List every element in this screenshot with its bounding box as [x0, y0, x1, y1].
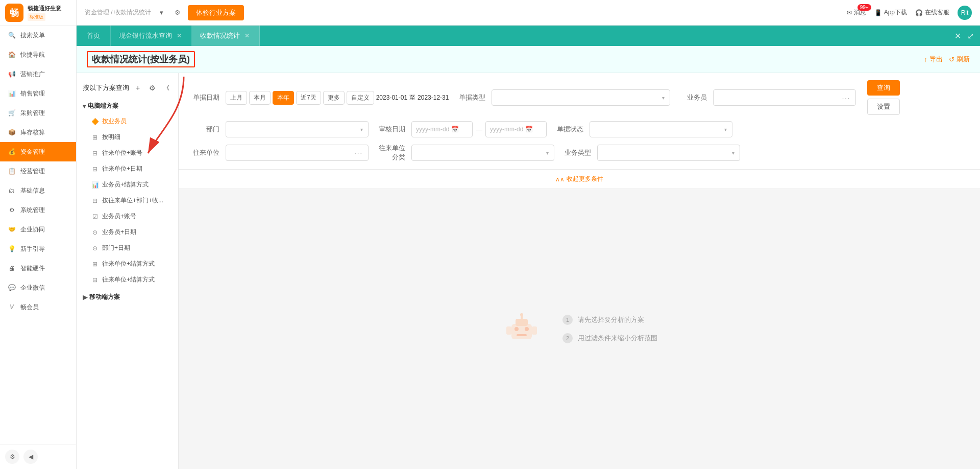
panel-title: 按以下方案查询	[83, 83, 129, 92]
wechat-icon: 💬	[7, 283, 16, 292]
hint-text-2: 用过滤条件来缩小分析范围	[578, 334, 657, 343]
staff-select[interactable]: ···	[713, 89, 856, 106]
last-month-btn[interactable]: 上月	[226, 91, 247, 105]
tab-bank-flow[interactable]: 现金银行流水查询 ✕	[111, 26, 192, 46]
tab-home-label: 首页	[87, 31, 100, 40]
scheme-label-unit-date: 往来单位+日期	[102, 165, 142, 173]
scheme-icon-unit-date: ⊟	[91, 165, 99, 173]
custom-btn[interactable]: 自定义	[347, 91, 374, 105]
doc-status-select[interactable]: ▾	[590, 121, 732, 137]
scheme-settings-btn[interactable]: ⚙	[146, 82, 158, 93]
scheme-item-dept-date[interactable]: ⊙ 部门+日期	[77, 240, 178, 256]
scheme-item-unit-settle2[interactable]: ⊟ 往来单位+结算方式	[77, 272, 178, 288]
sidebar-item-operation[interactable]: 📋 经营管理	[0, 161, 76, 181]
sidebar-item-inventory[interactable]: 📦 库存核算	[0, 123, 76, 142]
this-year-btn[interactable]: 本年	[273, 91, 294, 105]
scheme-item-staff-account[interactable]: ☑ 业务员+账号	[77, 208, 178, 224]
sidebar-item-finance[interactable]: 💰 资金管理	[0, 142, 76, 161]
sidebar-item-guide[interactable]: 💡 新手引导	[0, 239, 76, 259]
filter-row-3: 往来单位 ··· 往来单位分类 ▾ 业务类型 ▾	[189, 144, 970, 162]
filter-settings-btn[interactable]: 设置	[867, 99, 900, 115]
counterpart-cat-select[interactable]: ▾	[411, 145, 554, 161]
scheme-item-by-staff[interactable]: 🔶 按业务员	[77, 113, 178, 129]
tab-bank-flow-close[interactable]: ✕	[175, 32, 183, 40]
scheme-item-unit-account[interactable]: ⊟ 往来单位+账号	[77, 145, 178, 161]
close-all-tabs-btn[interactable]: ✕	[954, 31, 961, 41]
mobile-scheme-group-title[interactable]: ▶ 移动端方案	[77, 290, 178, 304]
query-btn[interactable]: 查询	[867, 80, 900, 96]
expand-btn[interactable]: ⤢	[967, 31, 974, 41]
panel-header-actions: + ⚙ 《	[132, 82, 172, 93]
scheme-item-unit-date[interactable]: ⊟ 往来单位+日期	[77, 161, 178, 177]
doc-status-label: 单据状态	[553, 125, 583, 134]
search-icon: 🔍	[7, 31, 16, 40]
collapse-up-icon: ∧∧	[555, 176, 565, 183]
this-month-btn[interactable]: 本月	[249, 91, 271, 105]
sidebar-collapse-btn[interactable]: ◀	[23, 450, 38, 464]
sidebar-item-hardware[interactable]: 🖨 智能硬件	[0, 259, 76, 278]
sidebar-settings-btn[interactable]: ⚙	[5, 450, 19, 464]
dept-arrow-icon: ▾	[360, 127, 363, 132]
sales-icon: 📊	[7, 89, 16, 98]
customer-service-btn[interactable]: 🎧 在线客服	[915, 8, 949, 17]
service-label: 在线客服	[925, 8, 949, 17]
tab-bank-flow-label: 现金银行流水查询	[119, 31, 172, 40]
breadcrumb-dropdown-btn[interactable]: ▾	[155, 7, 167, 19]
scheme-item-unit-settle1[interactable]: ⊞ 往来单位+结算方式	[77, 256, 178, 272]
more-btn[interactable]: 更多	[323, 91, 345, 105]
sidebar-item-purchase[interactable]: 🛒 采购管理	[0, 103, 76, 123]
scheme-item-by-detail[interactable]: ⊞ 按明细	[77, 129, 178, 145]
sidebar-item-enterprise[interactable]: 🤝 企业协同	[0, 220, 76, 239]
scheme-item-staff-settle[interactable]: 📊 业务员+结算方式	[77, 177, 178, 193]
scheme-label-by-staff: 按业务员	[102, 117, 127, 126]
collapse-panel-btn[interactable]: 《	[161, 82, 172, 93]
main-area: 资金管理 / 收款情况统计 ▾ ⚙ 体验行业方案 ✉ 消息 99+ 📱 App下…	[77, 0, 980, 469]
sidebar-item-member[interactable]: V 畅会员	[0, 297, 76, 317]
sidebar-item-search[interactable]: 🔍 搜索菜单	[0, 26, 76, 45]
sidebar-item-basic[interactable]: 🗂 基础信息	[0, 181, 76, 200]
scheme-item-staff-date[interactable]: ⊙ 业务员+日期	[77, 224, 178, 240]
scheme-icon-dept-date: ⊙	[91, 244, 99, 252]
user-avatar[interactable]: Rit	[958, 6, 972, 20]
doc-type-select[interactable]: ▾	[492, 89, 670, 106]
sidebar-item-quick-nav[interactable]: 🏠 快捷导航	[0, 45, 76, 64]
tab-receipt-stat-close[interactable]: ✕	[243, 32, 251, 40]
counterpart-select[interactable]: ···	[226, 145, 369, 161]
svg-rect-0	[511, 324, 532, 339]
filter-row-2: 部门 ▾ 审核日期 yyyy-mm-dd 📅 —	[189, 121, 970, 137]
desktop-scheme-group-title[interactable]: ▾ 电脑端方案	[77, 99, 178, 113]
sidebar-item-label-operation: 经营管理	[20, 167, 45, 176]
tab-receipt-stat[interactable]: 收款情况统计 ✕	[192, 26, 260, 46]
message-icon: ✉	[847, 9, 852, 16]
empty-hint: 1 请先选择要分析的方案 2 用过滤条件来缩小分析范围	[562, 315, 657, 343]
hint-item-2: 2 用过滤条件来缩小分析范围	[562, 333, 657, 343]
collapse-bar[interactable]: ∧∧ 收起更多条件	[179, 170, 980, 189]
scheme-icon-staff-account: ☑	[91, 213, 99, 221]
dept-select[interactable]: ▾	[226, 121, 369, 137]
sidebar-item-wechat[interactable]: 💬 企业微信	[0, 278, 76, 297]
review-date-end-input[interactable]: yyyy-mm-dd 📅	[485, 121, 547, 137]
sidebar-item-label-marketing: 营销推广	[20, 70, 45, 79]
last-7-btn[interactable]: 近7天	[296, 91, 321, 105]
app-download-btn[interactable]: 📱 App下载	[874, 8, 907, 17]
header-gear-btn[interactable]: ⚙	[172, 7, 184, 19]
add-scheme-btn[interactable]: +	[132, 82, 143, 93]
refresh-btn[interactable]: ↺ 刷新	[949, 55, 970, 64]
review-date-start-input[interactable]: yyyy-mm-dd 📅	[411, 121, 473, 137]
message-btn[interactable]: ✉ 消息 99+	[847, 8, 866, 17]
scheme-item-unit-dept-collect[interactable]: ⊟ 按往来单位+部门+收...	[77, 193, 178, 208]
scheme-label-by-detail: 按明细	[102, 133, 120, 142]
tabs-bar: 首页 现金银行流水查询 ✕ 收款情况统计 ✕ ✕ ⤢	[77, 26, 980, 46]
biz-type-select[interactable]: ▾	[597, 145, 740, 161]
sidebar-item-marketing[interactable]: 📢 营销推广	[0, 64, 76, 84]
counterpart-more-icon[interactable]: ···	[354, 149, 363, 157]
scheme-panel: 按以下方案查询 + ⚙ 《 ▾ 电脑端方案 🔶 按业务员	[77, 73, 179, 469]
export-btn[interactable]: ↑ 导出	[924, 55, 943, 64]
sidebar-item-system[interactable]: ⚙ 系统管理	[0, 200, 76, 220]
staff-more-icon[interactable]: ···	[842, 94, 851, 102]
sidebar-item-sales[interactable]: 📊 销售管理	[0, 84, 76, 103]
date-range-end: 2023-12-31	[418, 94, 449, 101]
guide-icon: 💡	[7, 244, 16, 253]
trial-btn[interactable]: 体验行业方案	[188, 5, 244, 20]
tab-home[interactable]: 首页	[77, 26, 111, 46]
